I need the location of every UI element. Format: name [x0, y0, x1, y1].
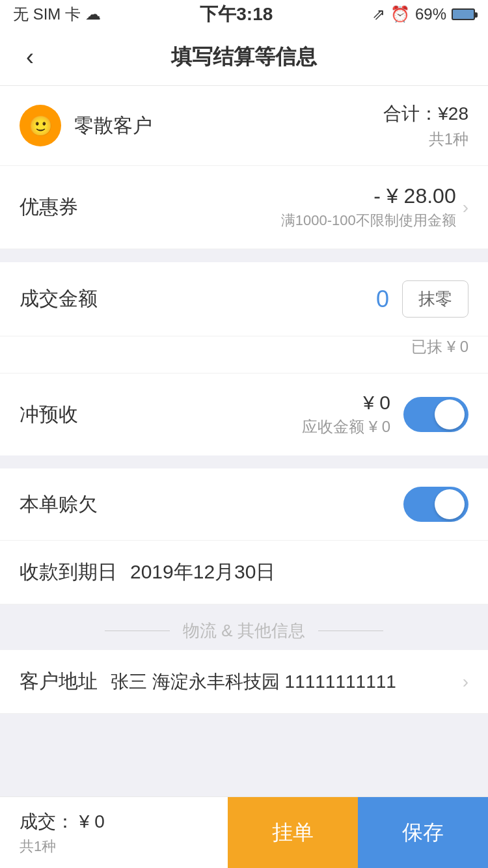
credit-row: 本单赊欠 [0, 468, 488, 540]
chevron-right-icon: › [463, 197, 468, 218]
credit-section: 本单赊欠 收款到期日 2019年12月30日 [0, 468, 488, 604]
address-label: 客户地址 [20, 668, 98, 695]
customer-row[interactable]: 🙂 零散客户 合计：¥28 共1种 [0, 86, 488, 166]
precollect-row: 冲预收 ¥ 0 应收金额 ¥ 0 [0, 373, 488, 455]
battery-icon [452, 8, 475, 20]
coupon-label: 优惠券 [20, 194, 78, 221]
customer-section: 🙂 零散客户 合计：¥28 共1种 优惠券 - ¥ 28.00 满1000-10… [0, 86, 488, 249]
page-title: 填写结算等信息 [171, 43, 317, 72]
due-date-row: 收款到期日 2019年12月30日 [0, 540, 488, 604]
address-section: 客户地址 张三 海淀永丰科技园 11111111111 › [0, 650, 488, 714]
status-right: ⇗ ⏰ 69% [372, 5, 475, 23]
save-button[interactable]: 保存 [358, 797, 488, 868]
bottom-deal-value: ¥ 0 [79, 811, 105, 832]
round-off-button[interactable]: 抹零 [402, 280, 468, 318]
sim-status: 无 SIM 卡 ☁ [13, 4, 101, 25]
status-time: 下午3:18 [200, 2, 273, 27]
section-divider-1 [0, 249, 488, 262]
precollect-label: 冲预收 [20, 401, 78, 428]
deal-amount-row: 成交金额 0 抹零 [0, 262, 488, 336]
status-bar: 无 SIM 卡 ☁ 下午3:18 ⇗ ⏰ 69% [0, 0, 488, 29]
main-content: 🙂 零散客户 合计：¥28 共1种 优惠券 - ¥ 28.00 满1000-10… [0, 86, 488, 868]
section-divider-2 [0, 455, 488, 468]
deal-amount-value: 0 [376, 286, 389, 313]
due-date-content: 收款到期日 2019年12月30日 [20, 559, 468, 586]
bottom-deal-amount: 成交： ¥ 0 [20, 809, 208, 834]
logistics-divider: 物流 & 其他信息 [0, 611, 488, 650]
coupon-desc: 满1000-100不限制使用金额 [281, 211, 456, 230]
nav-bar: ‹ 填写结算等信息 [0, 29, 488, 86]
deal-amount-label: 成交金额 [20, 286, 98, 312]
avatar: 🙂 [20, 105, 61, 146]
customer-name: 零散客户 [74, 113, 152, 139]
coupon-amount: - ¥ 28.00 [281, 184, 456, 208]
due-date-value: 2019年12月30日 [130, 559, 275, 586]
battery-label: 69% [415, 5, 446, 23]
back-button[interactable]: ‹ [20, 37, 40, 77]
precollect-sub: 应收金额 ¥ 0 [302, 416, 390, 437]
precollect-amount: ¥ 0 [302, 392, 390, 414]
coupon-row[interactable]: 优惠券 - ¥ 28.00 满1000-100不限制使用金额 › [0, 166, 488, 249]
precollect-toggle[interactable] [403, 397, 468, 432]
avatar-icon: 🙂 [29, 115, 53, 137]
alarm-icon: ⏰ [390, 5, 410, 23]
due-date-label: 收款到期日 [20, 559, 117, 586]
precollect-info: ¥ 0 应收金额 ¥ 0 [302, 392, 390, 437]
bottom-deal-label: 成交： [20, 811, 74, 832]
hold-button[interactable]: 挂单 [228, 797, 358, 868]
precollect-right: ¥ 0 应收金额 ¥ 0 [302, 392, 468, 437]
logistics-label: 物流 & 其他信息 [105, 619, 383, 642]
credit-label: 本单赊欠 [20, 491, 98, 518]
coupon-right: - ¥ 28.00 满1000-100不限制使用金额 › [281, 184, 468, 230]
address-chevron-icon: › [463, 671, 468, 692]
coupon-info: - ¥ 28.00 满1000-100不限制使用金额 [281, 184, 456, 230]
bottom-count: 共1种 [20, 837, 208, 856]
address-value: 张三 海淀永丰科技园 11111111111 [111, 670, 463, 694]
customer-right: 合计：¥28 共1种 [383, 102, 468, 150]
deal-sub-text: 已抹 ¥ 0 [0, 336, 488, 373]
credit-toggle-knob [435, 489, 465, 519]
toggle-knob [435, 400, 465, 429]
location-icon: ⇗ [372, 5, 385, 23]
bottom-bar: 成交： ¥ 0 共1种 挂单 保存 [0, 796, 488, 868]
address-row[interactable]: 客户地址 张三 海淀永丰科技园 11111111111 › [0, 650, 488, 714]
deal-right: 0 抹零 [376, 280, 468, 318]
deal-section: 成交金额 0 抹零 已抹 ¥ 0 冲预收 ¥ 0 应收金额 ¥ 0 [0, 262, 488, 455]
customer-total: 合计：¥28 [383, 102, 468, 126]
bottom-info: 成交： ¥ 0 共1种 [0, 797, 228, 868]
customer-count: 共1种 [383, 129, 468, 150]
status-left: 无 SIM 卡 ☁ [13, 4, 101, 25]
credit-toggle[interactable] [403, 487, 468, 522]
section-divider-3 [0, 604, 488, 611]
customer-left: 🙂 零散客户 [20, 105, 152, 146]
